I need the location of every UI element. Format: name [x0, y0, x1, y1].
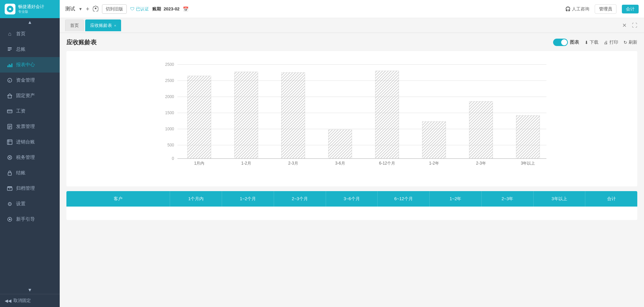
- bar-1-2年: [422, 122, 446, 159]
- svg-rect-2: [8, 49, 12, 49]
- sidebar-item-funds-label: 资金管理: [16, 77, 35, 83]
- period-value: 2023-02: [164, 6, 180, 11]
- help-button[interactable]: 🎧 人工咨询: [565, 6, 589, 12]
- svg-text:3-6月: 3-6月: [335, 161, 345, 166]
- topbar-title: 测试: [65, 6, 75, 12]
- table-col-3y-plus: 3年以上: [534, 191, 586, 207]
- topbar-settings-button[interactable]: [93, 5, 99, 13]
- sidebar-item-invoice[interactable]: 发票管理: [0, 119, 60, 134]
- user-button[interactable]: 管理员: [595, 4, 616, 14]
- page-title: 应收账龄表: [66, 38, 553, 46]
- refresh-button[interactable]: ↻ 刷新: [624, 39, 637, 45]
- scroll-up-arrow[interactable]: ▲: [0, 18, 60, 26]
- tab-ar-aging-label: 应收账龄表: [90, 23, 112, 29]
- bar-1月内: [187, 76, 211, 159]
- svg-text:1500: 1500: [165, 111, 174, 115]
- table-header: 客户 1个月内 1~2个月 2~3个月 3~6个月 6~12个月 1~2年 2~…: [66, 191, 637, 207]
- sidebar-item-close[interactable]: 结账: [0, 165, 60, 181]
- table-col-3-6m: 3~6个月: [326, 191, 378, 207]
- table-col-1m: 1个月内: [170, 191, 222, 207]
- print-label: 打印: [609, 39, 618, 45]
- svg-rect-6: [10, 65, 11, 67]
- svg-rect-18: [8, 173, 11, 175]
- toggle-knob[interactable]: [553, 39, 568, 46]
- main-area: 测试 ▼ + 切到旧版 🛡 已认证 账期 2023-02 📅 🎧 人工咨询 管理…: [60, 0, 644, 307]
- topbar-add-button[interactable]: +: [86, 6, 90, 12]
- app-logo-icon: [5, 4, 15, 14]
- sidebar-item-guide[interactable]: 新手引导: [0, 212, 60, 227]
- svg-text:3年以上: 3年以上: [521, 161, 535, 166]
- period-info: 账期 2023-02: [152, 6, 179, 12]
- table-container: 客户 1个月内 1~2个月 2~3个月 3~6个月 6~12个月 1~2年 2~…: [66, 191, 637, 220]
- sidebar-item-home-label: 首页: [16, 31, 25, 37]
- svg-text:1-2月: 1-2月: [241, 161, 251, 166]
- tab-close-icon[interactable]: ×: [114, 24, 116, 28]
- sidebar-item-invoice-label: 发票管理: [16, 124, 35, 130]
- svg-rect-15: [8, 128, 10, 128]
- bar-3-6月: [328, 130, 352, 159]
- page-header: 应收账龄表 图表 ⬇ 下载 🖨 打印 ↻ 刷新: [66, 38, 637, 46]
- svg-text:¥: ¥: [8, 79, 10, 82]
- tax-icon: [7, 155, 13, 161]
- download-label: 下载: [590, 39, 598, 45]
- sidebar-item-settings-label: 设置: [16, 201, 25, 207]
- sidebar: 畅捷通好会计 专业版 ▲ ⌂ 首页 总账 报表中心 ¥ 资金管理: [0, 0, 60, 307]
- sidebar-item-funds[interactable]: ¥ 资金管理: [0, 73, 60, 88]
- tab-ar-aging[interactable]: 应收账龄表 ×: [85, 19, 121, 31]
- table-col-customer: 客户: [66, 191, 170, 207]
- ledger-icon: [7, 46, 13, 52]
- sidebar-item-tax[interactable]: 税务管理: [0, 150, 60, 165]
- bar-3年以上: [516, 116, 540, 159]
- svg-text:2500: 2500: [165, 62, 174, 67]
- sidebar-item-settings[interactable]: ⚙ 设置: [0, 196, 60, 212]
- refresh-icon: ↻: [624, 40, 627, 45]
- sidebar-item-reports[interactable]: 报表中心: [0, 57, 60, 73]
- tab-home[interactable]: 首页: [65, 19, 84, 31]
- sidebar-item-ledger[interactable]: 总账: [0, 42, 60, 57]
- calendar-icon[interactable]: 📅: [183, 6, 189, 12]
- table-col-1-2y: 1~2年: [430, 191, 482, 207]
- chart-toggle[interactable]: 图表: [553, 39, 579, 46]
- sidebar-nav: ⌂ 首页 总账 报表中心 ¥ 资金管理 固定资产: [0, 26, 60, 286]
- home-icon: ⌂: [7, 31, 13, 37]
- svg-text:500: 500: [167, 143, 174, 147]
- page-actions: 图表 ⬇ 下载 🖨 打印 ↻ 刷新: [553, 39, 637, 46]
- svg-rect-5: [9, 64, 10, 67]
- cancel-fixed-button[interactable]: ◀◀ 取消固定: [0, 294, 60, 307]
- chart-container: 0 500 1000 1500 2000 2500 2500 1月内: [66, 51, 637, 186]
- topbar-right: 🎧 人工咨询 管理员 会计: [565, 4, 639, 14]
- tab-expand-button[interactable]: ⛶: [631, 21, 639, 30]
- svg-text:2500: 2500: [165, 78, 174, 83]
- sidebar-item-assets[interactable]: 固定资产: [0, 88, 60, 103]
- funds-icon: ¥: [7, 77, 13, 83]
- reports-icon: [7, 62, 13, 68]
- tab-close-window-button[interactable]: ✕: [621, 21, 628, 30]
- svg-text:1-2年: 1-2年: [429, 161, 439, 166]
- svg-text:1月内: 1月内: [194, 161, 205, 166]
- table-col-1-2m: 1~2个月: [222, 191, 274, 207]
- sidebar-item-ledger-label: 总账: [16, 46, 25, 52]
- download-button[interactable]: ⬇ 下载: [585, 39, 598, 45]
- sidebar-item-archive-label: 归档管理: [16, 185, 35, 191]
- svg-rect-11: [7, 110, 12, 113]
- app-edition: 专业版: [18, 9, 44, 14]
- sidebar-item-archive[interactable]: 归档管理: [0, 181, 60, 196]
- table-col-2-3y: 2~3年: [482, 191, 534, 207]
- scroll-down-arrow[interactable]: ▼: [0, 286, 60, 294]
- sidebar-item-home[interactable]: ⌂ 首页: [0, 26, 60, 42]
- sidebar-item-sales[interactable]: 进销台账: [0, 134, 60, 150]
- sales-icon: [7, 139, 13, 145]
- old-version-button[interactable]: 切到旧版: [102, 4, 127, 14]
- sidebar-item-assets-label: 固定资产: [16, 93, 35, 99]
- svg-text:2-3年: 2-3年: [476, 161, 486, 166]
- role-button[interactable]: 会计: [622, 5, 639, 13]
- archive-icon: [7, 185, 13, 191]
- sidebar-item-salary[interactable]: 工资: [0, 103, 60, 119]
- print-button[interactable]: 🖨 打印: [604, 39, 618, 45]
- svg-rect-4: [7, 65, 8, 67]
- svg-text:0: 0: [172, 156, 174, 161]
- topbar-dropdown-icon[interactable]: ▼: [78, 7, 83, 11]
- help-label: 人工咨询: [572, 6, 589, 12]
- table-col-6-12m: 6~12个月: [378, 191, 430, 207]
- svg-text:2-3月: 2-3月: [288, 161, 298, 166]
